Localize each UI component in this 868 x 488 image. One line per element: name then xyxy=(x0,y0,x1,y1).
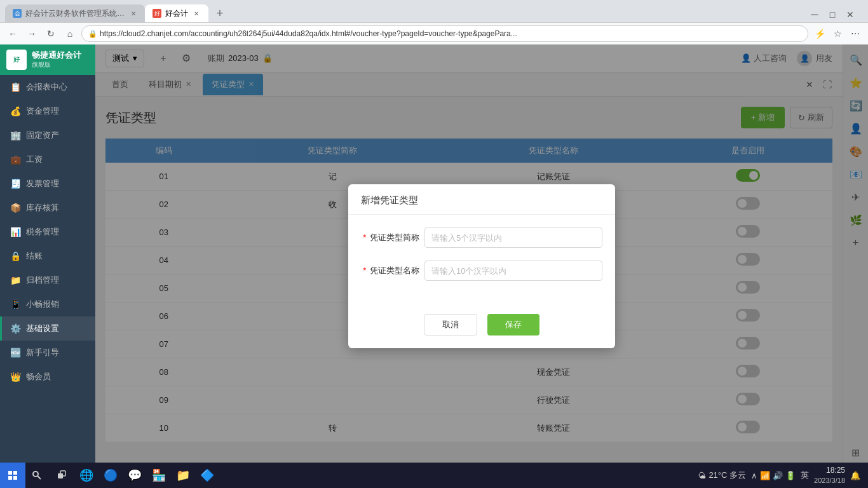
svg-rect-3 xyxy=(13,476,17,480)
close-button[interactable]: ✕ xyxy=(843,7,858,22)
inventory-icon: 📦 xyxy=(10,203,21,213)
browser-tab-1[interactable]: 会 好会计云财务软件管理系统_会计 ✕ xyxy=(5,4,145,22)
tab2-favicon: 好 xyxy=(153,9,161,18)
name-label: * 凭证类型名称 xyxy=(361,265,424,276)
save-button[interactable]: 保存 xyxy=(487,314,539,336)
network-icons: ∧ 📶 🔊 🔋 xyxy=(751,471,796,480)
forward-button[interactable]: → xyxy=(24,26,39,41)
chevron-icon[interactable]: ∧ xyxy=(751,471,757,480)
start-button[interactable] xyxy=(0,463,25,488)
archive-icon: 📁 xyxy=(10,275,21,285)
sound-icon[interactable]: 🔊 xyxy=(773,471,783,480)
sidebar-logo[interactable]: 好 畅捷通好会计 旗舰版 xyxy=(0,44,95,75)
minimize-button[interactable]: ─ xyxy=(807,7,822,22)
sidebar-item-salary[interactable]: 💼 工资 xyxy=(0,147,95,172)
sidebar-nav: 📋 会报表中心 💰 资金管理 🏢 固定资产 💼 工资 🧾 发票管理 📦 xyxy=(0,75,95,466)
sidebar-item-funds[interactable]: 💰 资金管理 xyxy=(0,99,95,123)
name-input[interactable] xyxy=(424,261,602,281)
tab1-close-icon[interactable]: ✕ xyxy=(129,9,137,18)
sidebar: 好 畅捷通好会计 旗舰版 📋 会报表中心 💰 资金管理 🏢 固定资产 💼 工资 xyxy=(0,44,95,488)
required-mark-2: * xyxy=(363,266,366,275)
svg-rect-2 xyxy=(8,476,12,480)
taskbar-app-icons: 🌐 🔵 💬 🏪 📁 🔷 xyxy=(48,464,221,487)
member-icon: 👑 xyxy=(10,372,21,382)
taskbar-multitask-icon[interactable] xyxy=(51,464,74,487)
settings-nav-icon: ⚙️ xyxy=(10,323,21,334)
sidebar-item-inventory-label: 库存核算 xyxy=(26,202,59,214)
back-button[interactable]: ← xyxy=(5,26,20,41)
tab2-close-icon[interactable]: ✕ xyxy=(192,9,201,18)
notification-icon[interactable]: 🔔 xyxy=(850,471,860,480)
svg-rect-1 xyxy=(13,471,17,475)
sys-icons: 🌤 21°C 多云 xyxy=(698,470,746,481)
sidebar-item-salary-label: 工资 xyxy=(26,154,43,165)
extensions-icon[interactable]: ⚡ xyxy=(812,26,827,41)
dialog-header: 新增凭证类型 xyxy=(348,184,615,215)
sidebar-item-reports[interactable]: 📋 会报表中心 xyxy=(0,75,95,99)
sidebar-item-checkout[interactable]: 🔒 结账 xyxy=(0,244,95,268)
guide-icon: 🆕 xyxy=(10,348,21,358)
assets-icon: 🏢 xyxy=(10,130,21,140)
logo-title: 畅捷通好会计 xyxy=(32,50,81,60)
logo-text-area: 畅捷通好会计 旗舰版 xyxy=(32,50,81,69)
network-icon[interactable]: 📶 xyxy=(760,471,770,480)
cancel-button[interactable]: 取消 xyxy=(424,314,477,336)
taskbar-store-icon[interactable]: 🏪 xyxy=(147,464,170,487)
sidebar-item-invoice-label: 发票管理 xyxy=(26,178,59,189)
sidebar-item-expense[interactable]: 📱 小畅报销 xyxy=(0,292,95,316)
reload-button[interactable]: ↻ xyxy=(43,26,58,41)
short-label: * 凭证类型简称 xyxy=(361,232,424,243)
form-row-name: * 凭证类型名称 xyxy=(361,261,602,281)
dialog-body: * 凭证类型简称 * 凭证类型名称 xyxy=(348,215,615,306)
sidebar-item-member[interactable]: 👑 畅会员 xyxy=(0,365,95,389)
sidebar-item-expense-label: 小畅报销 xyxy=(26,299,59,310)
weather-temp: 21°C 多云 xyxy=(709,470,746,481)
logo-subtitle: 旗舰版 xyxy=(32,60,81,69)
sidebar-item-tax-label: 税务管理 xyxy=(26,226,59,238)
tax-icon: 📊 xyxy=(10,227,21,237)
favorites-icon[interactable]: ☆ xyxy=(830,26,845,41)
sidebar-item-assets-label: 固定资产 xyxy=(26,130,59,141)
tab2-label: 好会计 xyxy=(165,8,188,19)
sidebar-item-guide[interactable]: 🆕 新手引导 xyxy=(0,341,95,365)
svg-point-4 xyxy=(33,471,38,477)
taskbar-explorer-icon[interactable]: 📁 xyxy=(172,464,194,487)
sidebar-item-assets[interactable]: 🏢 固定资产 xyxy=(0,123,95,147)
dialog-title: 新增凭证类型 xyxy=(361,194,418,205)
invoice-icon: 🧾 xyxy=(10,179,21,189)
taskbar-search-button[interactable] xyxy=(25,464,48,487)
dialog-overlay: 新增凭证类型 * 凭证类型简称 * 凭证类型名称 取消 保存 xyxy=(95,44,868,488)
required-mark-1: * xyxy=(363,233,366,242)
sidebar-item-archive[interactable]: 📁 归档管理 xyxy=(0,268,95,292)
new-tab-button[interactable]: + xyxy=(211,4,229,22)
language-indicator: 英 xyxy=(801,470,809,481)
logo-icon: 好 xyxy=(6,50,27,70)
taskbar-msedge-icon[interactable]: 🔷 xyxy=(196,464,219,487)
sidebar-item-settings[interactable]: ⚙️ 基础设置 xyxy=(0,316,95,341)
settings-icon[interactable]: ⋯ xyxy=(848,26,863,41)
reports-icon: 📋 xyxy=(10,82,21,92)
sidebar-item-guide-label: 新手引导 xyxy=(26,347,59,358)
sidebar-item-inventory[interactable]: 📦 库存核算 xyxy=(0,196,95,220)
sidebar-item-archive-label: 归档管理 xyxy=(26,274,59,286)
svg-line-5 xyxy=(37,476,41,479)
browser-toolbar: ⚡ ☆ ⋯ xyxy=(812,26,863,41)
taskbar-wechat-icon[interactable]: 💬 xyxy=(123,464,146,487)
expense-icon: 📱 xyxy=(10,299,21,309)
sidebar-item-settings-label: 基础设置 xyxy=(26,323,59,334)
sidebar-item-tax[interactable]: 📊 税务管理 xyxy=(0,220,95,244)
taskbar-edge-icon[interactable]: 🌐 xyxy=(75,464,98,487)
browser-chrome: 会 好会计云财务软件管理系统_会计 ✕ 好 好会计 ✕ + ─ □ ✕ ← → … xyxy=(0,0,868,44)
taskbar-chrome-icon[interactable]: 🔵 xyxy=(99,464,122,487)
sidebar-item-invoice[interactable]: 🧾 发票管理 xyxy=(0,172,95,196)
sidebar-item-reports-label: 会报表中心 xyxy=(26,81,67,93)
tab-bar: 会 好会计云财务软件管理系统_会计 ✕ 好 好会计 ✕ + ─ □ ✕ xyxy=(0,0,868,22)
weather-icon[interactable]: 🌤 xyxy=(698,471,706,480)
battery-icon[interactable]: 🔋 xyxy=(785,471,796,480)
short-input[interactable] xyxy=(424,227,602,248)
url-bar[interactable]: 🔒 https://cloud2.chanjet.com/accounting/… xyxy=(81,25,808,42)
maximize-button[interactable]: □ xyxy=(825,7,840,22)
browser-tab-2[interactable]: 好 好会计 ✕ xyxy=(145,4,208,22)
taskbar-right: 🌤 21°C 多云 ∧ 📶 🔊 🔋 英 18:25 2023/3/18 🔔 xyxy=(698,465,868,485)
home-button[interactable]: ⌂ xyxy=(62,26,78,41)
